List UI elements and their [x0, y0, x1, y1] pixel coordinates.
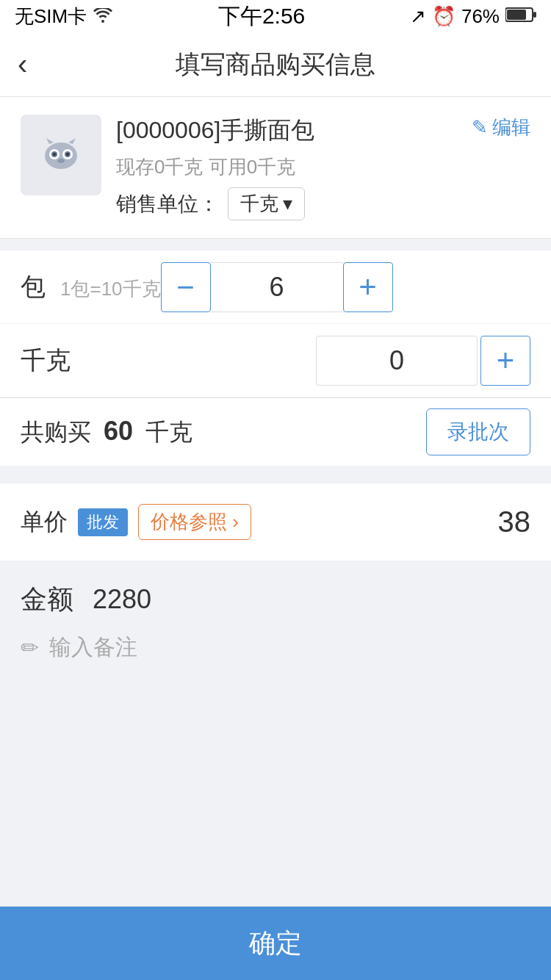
- carrier-text: 无SIM卡: [15, 4, 87, 29]
- svg-point-10: [57, 159, 65, 163]
- price-label-row: 单价 批发 价格参照 ›: [21, 504, 251, 540]
- total-text: 共购买 60 千克: [21, 416, 192, 449]
- confirm-button[interactable]: 确定: [0, 907, 551, 980]
- pack-label: 包: [21, 270, 46, 304]
- dropdown-arrow-icon: ▾: [283, 192, 292, 215]
- product-name: [0000006]手撕面包: [116, 115, 530, 147]
- battery-icon: [505, 5, 536, 28]
- total-row: 共购买 60 千克 录批次: [0, 398, 551, 472]
- svg-point-8: [53, 153, 56, 156]
- note-row[interactable]: ✏ 输入备注: [21, 633, 530, 663]
- product-info: [0000006]手撕面包 现存0千克 可用0千克 销售单位： 千克 ▾: [116, 115, 530, 220]
- status-left: 无SIM卡: [15, 4, 113, 29]
- pack-hint: 1包=10千克: [60, 276, 161, 302]
- section-divider-2: [0, 472, 551, 483]
- price-value: 38: [498, 505, 531, 538]
- product-card: [0000006]手撕面包 现存0千克 可用0千克 销售单位： 千克 ▾ ✎ 编…: [0, 97, 551, 239]
- page-title: 填写商品购买信息: [176, 48, 375, 82]
- svg-rect-1: [507, 10, 526, 20]
- alarm-icon: ⏰: [432, 5, 455, 28]
- svg-point-9: [66, 153, 69, 156]
- pack-plus-button[interactable]: +: [343, 262, 393, 312]
- price-section: 单价 批发 价格参照 › 38: [0, 483, 551, 561]
- back-button[interactable]: ‹: [18, 48, 27, 81]
- amount-section: 金额 2280 ✏ 输入备注: [0, 561, 551, 683]
- location-icon: ↗: [410, 5, 426, 28]
- svg-marker-12: [68, 138, 76, 144]
- unit-label: 销售单位：: [116, 190, 219, 218]
- price-badge: 批发: [78, 508, 128, 536]
- total-quantity: 60: [104, 416, 133, 446]
- edit-button[interactable]: ✎ 编辑: [472, 115, 530, 140]
- status-bar: 无SIM卡 下午2:56 ↗ ⏰ 76%: [0, 0, 551, 32]
- pack-minus-button[interactable]: −: [161, 262, 211, 312]
- section-divider: [0, 239, 551, 251]
- kg-plus-button[interactable]: +: [480, 336, 530, 386]
- pack-qty-input[interactable]: [211, 262, 343, 312]
- product-unit-row: 销售单位： 千克 ▾: [116, 187, 530, 220]
- kg-qty-controls: +: [316, 336, 530, 386]
- svg-rect-2: [533, 12, 536, 18]
- status-time: 下午2:56: [218, 1, 305, 32]
- amount-value: 2280: [93, 584, 151, 614]
- unit-select[interactable]: 千克 ▾: [228, 187, 305, 220]
- price-label: 单价: [21, 506, 68, 538]
- product-stock: 现存0千克 可用0千克: [116, 154, 530, 180]
- product-thumbnail: [21, 115, 101, 195]
- qty-pack-section: 包 1包=10千克 − + 千克 +: [0, 251, 551, 398]
- price-ref-button[interactable]: 价格参照 ›: [138, 504, 251, 540]
- kg-qty-input[interactable]: [316, 336, 478, 386]
- qty-kg-row: 千克 +: [0, 324, 551, 397]
- nav-bar: ‹ 填写商品购买信息: [0, 32, 551, 97]
- pack-qty-controls: − +: [161, 262, 393, 312]
- status-right: ↗ ⏰ 76%: [410, 5, 536, 28]
- note-placeholder[interactable]: 输入备注: [49, 633, 137, 663]
- amount-row: 金额 2280: [21, 582, 530, 618]
- wifi-icon: [93, 5, 113, 28]
- qty-pack-row: 包 1包=10千克 − +: [0, 251, 551, 324]
- battery-text: 76%: [461, 5, 500, 28]
- pencil-icon: ✏: [21, 635, 39, 660]
- svg-marker-11: [46, 138, 54, 144]
- batch-button[interactable]: 录批次: [426, 408, 530, 455]
- kg-label: 千克: [21, 344, 316, 378]
- edit-icon: ✎: [472, 116, 488, 139]
